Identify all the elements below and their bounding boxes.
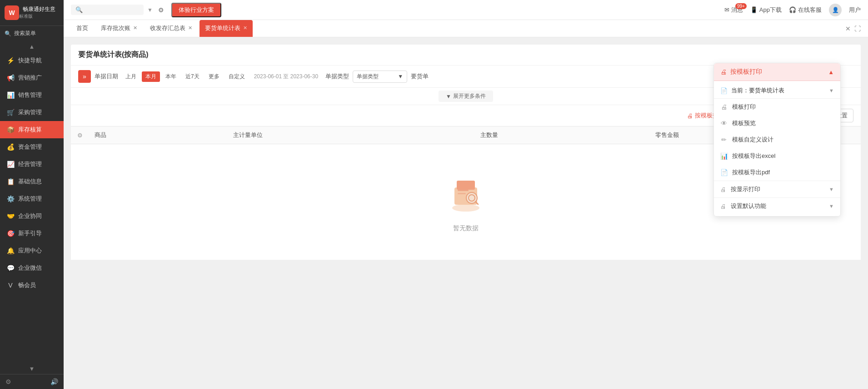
sidebar-scroll-up[interactable]: ▲ [0,41,64,52]
date-tab-本年[interactable]: 本年 [162,71,180,82]
tab-expand-icon[interactable]: ⛶ [854,25,861,32]
tab-label-inventory-batch: 库存批次账 [101,24,130,32]
tab-close-all-icon[interactable]: ✕ [845,25,851,32]
service-icon: 🎧 [789,6,796,13]
sidebar-item-member[interactable]: V畅会员 [0,277,64,294]
expand-more-btn[interactable]: ▼ 展开更多条件 [439,91,493,102]
sidebar-item-basic[interactable]: 📋基础信息 [0,173,64,190]
nav-label-finance: 资金管理 [18,143,42,151]
dropdown-item-template-print[interactable]: 🖨模板打印 [714,99,840,115]
dropdown-group-set-default[interactable]: 🖨设置默认功能▼ [714,197,840,214]
nav-icon-purchase: 🛒 [6,108,15,116]
th-quantity: 主数量 [475,126,650,144]
nav-icon-guide: 🎯 [6,229,15,237]
sidebar-scroll-down[interactable]: ▼ [0,363,64,374]
search-icon: 🔍 [5,30,11,37]
sidebar-search-label: 搜索菜单 [14,30,36,37]
dropdown-item-template-custom[interactable]: ✏模板自定义设计 [714,131,840,148]
dropdown-group-icon-display-print: 🖨 [720,186,726,193]
nav-icon-inventory: 📦 [6,126,15,134]
messages-badge: 99+ [735,3,747,9]
nav-icon-finance: 💰 [6,143,15,151]
filter-expand-btn[interactable]: » [78,70,91,83]
dropdown-item-label-template-custom: 模板自定义设计 [732,136,773,144]
dropdown-item-template-preview[interactable]: 👁模板预览 [714,115,840,131]
sidebar-item-enterprise[interactable]: 🤝企业协同 [0,207,64,225]
nav-label-quick-nav: 快捷导航 [18,56,42,65]
date-tab-上月[interactable]: 上月 [122,71,140,82]
sidebar-item-system[interactable]: ⚙️系统管理 [0,190,64,207]
topbar-gear-icon[interactable]: ⚙ [158,6,164,14]
nav-icon-enterprise: 🤝 [6,212,15,220]
tab-close-receipts-summary[interactable]: ✕ [188,25,192,31]
topbar-search-input[interactable] [85,7,131,13]
topbar-dropdown-icon[interactable]: ▼ [147,7,153,13]
filter-order-status-label: 要货单 [411,72,429,81]
dropdown-item-icon-template-preview: 👁 [720,120,728,127]
nav-icon-wechat: 💬 [6,264,15,272]
sidebar-item-guide[interactable]: 🎯新手引导 [0,225,64,242]
user-name: 用户 [849,6,861,14]
sidebar-item-finance[interactable]: 💰资金管理 [0,138,64,156]
nav-label-marketing: 营销推广 [18,74,42,82]
tabs-extra: ✕ ⛶ [845,25,861,32]
sidebar-item-wechat[interactable]: 💬企业微信 [0,259,64,277]
svg-point-0 [452,204,479,212]
app-title-area: 畅康通好生意 标准版 [19,6,55,20]
date-tab-近7天[interactable]: 近7天 [182,71,203,82]
nav-icon-operation: 📈 [6,160,15,168]
sidebar-bottom: ⚙ 🔊 [0,374,64,389]
table-settings-icon[interactable]: ⚙ [77,132,83,139]
sidebar-item-operation[interactable]: 📈经营管理 [0,156,64,173]
dropdown-group-label-display-print: 按显示打印 [731,185,760,193]
nav-label-guide: 新手引导 [18,229,42,237]
dropdown-item-template-export-excel[interactable]: 📊按模板导出excel [714,148,840,164]
topbar-online-service[interactable]: 🎧 在线客服 [789,6,822,14]
nav-label-basic: 基础信息 [18,177,42,186]
sound-bottom-icon[interactable]: 🔊 [50,378,58,385]
tab-inventory-batch[interactable]: 库存批次账✕ [95,20,143,37]
dropdown-item-icon-template-export-pdf: 📄 [720,169,728,176]
dropdown-group-display-print[interactable]: 🖨按显示打印▼ [714,181,840,197]
date-tab-更多[interactable]: 更多 [205,71,223,82]
dropdown-print-icon: 🖨 [720,68,727,76]
sidebar-item-purchase[interactable]: 🛒采购管理 [0,104,64,121]
sidebar-item-inventory[interactable]: 📦库存核算 [0,121,64,138]
sidebar-search[interactable]: 🔍 搜索菜单 [0,26,64,41]
date-tab-自定义[interactable]: 自定义 [225,71,249,82]
nav-icon-member: V [6,281,15,289]
experience-btn[interactable]: 体验行业方案 [171,3,221,17]
user-avatar[interactable]: 👤 [829,4,842,16]
th-unit: 主计量单位 [228,126,475,144]
tab-home[interactable]: 首页 [71,20,94,37]
sidebar-item-sales[interactable]: 📊销售管理 [0,86,64,104]
topbar-messages[interactable]: ✉ 消息 99+ [724,6,743,14]
sidebar-item-quick-nav[interactable]: ⚡快捷导航 [0,52,64,69]
tab-order-summary[interactable]: 要货单统计表✕ [200,20,253,37]
dropdown-item-label-template-export-excel: 按模板导出excel [732,152,775,160]
tab-close-order-summary[interactable]: ✕ [243,25,247,31]
th-settings: ⚙ [71,126,89,144]
nav-label-sales: 销售管理 [18,91,42,99]
dropdown-current-item[interactable]: 📄 当前：要货单统计表 ▼ [714,83,840,99]
settings-bottom-icon[interactable]: ⚙ [5,378,11,385]
dropdown-item-template-export-pdf[interactable]: 📄按模板导出pdf [714,164,840,181]
tab-receipts-summary[interactable]: 收发存汇总表✕ [145,20,198,37]
tab-label-home: 首页 [76,24,88,32]
dropdown-close-chevron[interactable]: ▲ [828,69,834,76]
date-tab-本月[interactable]: 本月 [142,71,160,82]
nav-label-system: 系统管理 [18,195,42,203]
topbar-app-download[interactable]: 📱 App下载 [750,6,782,14]
dropdown-current-icon: 📄 [720,87,728,94]
sidebar-item-appstore[interactable]: 🔔应用中心 [0,242,64,259]
dropdown-item-icon-template-export-excel: 📊 [720,152,728,160]
svg-rect-6 [458,190,469,191]
sidebar-item-marketing[interactable]: 📢营销推广 [0,69,64,86]
nav-icon-appstore: 🔔 [6,247,15,255]
nav-label-enterprise: 企业协同 [18,212,42,220]
topbar-search-area[interactable]: 🔍 [71,5,144,15]
filter-bill-type-select[interactable]: 单据类型 ▼ [353,71,407,83]
nav-label-inventory: 库存核算 [18,126,42,134]
tab-close-inventory-batch[interactable]: ✕ [133,25,137,31]
sidebar-nav: ⚡快捷导航📢营销推广📊销售管理🛒采购管理📦库存核算💰资金管理📈经营管理📋基础信息… [0,52,64,363]
